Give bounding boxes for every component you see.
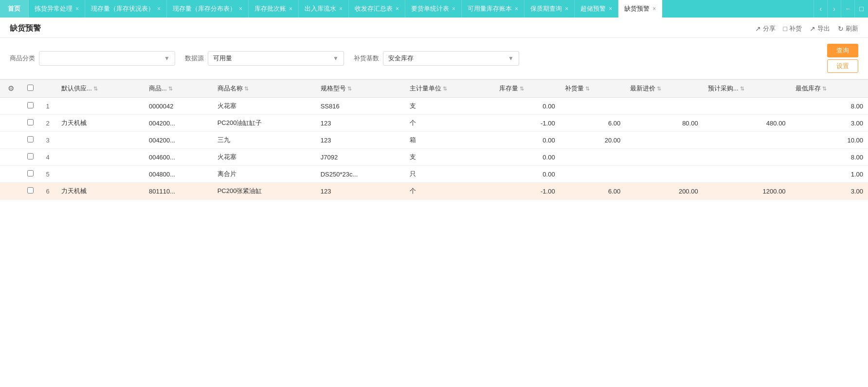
datasource-select[interactable]: 可用量 ▼ xyxy=(208,51,344,66)
tab-scroll-left[interactable]: ‹ xyxy=(814,0,827,18)
col-spec[interactable]: 规格型号 ⇅ xyxy=(316,80,405,98)
close-tab-11[interactable]: × xyxy=(652,5,656,12)
col-unit[interactable]: 主计量单位 ⇅ xyxy=(405,80,494,98)
page-title: 缺货预警 xyxy=(10,23,41,34)
row-min-stock-cell: 8.00 xyxy=(791,149,868,166)
close-tab-8[interactable]: × xyxy=(515,5,518,12)
row-code-cell: 004800... xyxy=(144,166,213,183)
row-checkbox-3[interactable] xyxy=(27,153,34,159)
datasource-value: 可用量 xyxy=(213,54,232,63)
close-tab-3[interactable]: × xyxy=(239,5,242,12)
col-row-num xyxy=(39,80,56,98)
category-select[interactable]: ▼ xyxy=(39,51,175,66)
tab-1[interactable]: 拣货异常处理 × xyxy=(29,0,85,18)
table-row: 5 004800... 离合片 DS250*23c... 只 0.00 1.00 xyxy=(0,166,868,183)
tab-maximize[interactable]: □ xyxy=(854,0,868,18)
tab-5[interactable]: 出入库流水 × xyxy=(299,0,349,18)
settings-button[interactable]: 设置 xyxy=(827,59,858,73)
sort-spec-icon: ⇅ xyxy=(347,86,352,92)
share-button[interactable]: ↗ 分享 xyxy=(755,24,776,33)
select-all-checkbox[interactable] xyxy=(27,85,34,91)
sort-latest-price-icon: ⇅ xyxy=(657,86,661,92)
sort-stock-icon: ⇅ xyxy=(520,86,524,92)
tab-11[interactable]: 缺货预警 × xyxy=(618,0,662,18)
close-tab-7[interactable]: × xyxy=(452,5,455,12)
col-gear: ⚙ xyxy=(0,80,21,98)
row-est-purchase-cell xyxy=(703,98,791,115)
row-est-purchase-cell xyxy=(703,166,791,183)
tab-7[interactable]: 要货单统计表 × xyxy=(405,0,462,18)
close-tab-10[interactable]: × xyxy=(609,5,612,12)
row-name-cell: PC200油缸缸子 xyxy=(213,115,316,132)
col-min-stock[interactable]: 最低库存 ⇅ xyxy=(791,80,868,98)
settings-gear-icon[interactable]: ⚙ xyxy=(8,84,14,92)
row-replenish-cell xyxy=(560,98,626,115)
tab-10[interactable]: 超储预警 × xyxy=(575,0,618,18)
tab-nav-buttons: ‹ › − □ xyxy=(814,0,868,18)
row-checkbox-2[interactable] xyxy=(27,136,34,142)
replenish-value: 安全库存 xyxy=(388,54,414,63)
close-tab-1[interactable]: × xyxy=(75,5,79,12)
row-num-cell: 4 xyxy=(39,149,56,166)
col-replenish[interactable]: 补货量 ⇅ xyxy=(560,80,626,98)
col-est-purchase[interactable]: 预计采购... ⇅ xyxy=(703,80,791,98)
close-tab-9[interactable]: × xyxy=(565,5,568,12)
tab-4[interactable]: 库存批次账 × xyxy=(249,0,299,18)
row-replenish-cell: 6.00 xyxy=(560,183,626,200)
row-gear-cell xyxy=(0,166,21,183)
row-unit-cell: 支 xyxy=(405,98,494,115)
tab-9[interactable]: 保质期查询 × xyxy=(524,0,575,18)
col-code[interactable]: 商品... ⇅ xyxy=(144,80,213,98)
row-checkbox-5[interactable] xyxy=(27,187,34,194)
refresh-button[interactable]: ↻ 刷新 xyxy=(838,24,858,33)
datasource-label: 数据源 xyxy=(185,54,204,63)
category-label: 商品分类 xyxy=(10,54,35,63)
replenish-label: 补货基数 xyxy=(354,54,379,63)
query-button[interactable]: 查询 xyxy=(827,44,858,57)
datasource-filter-group: 数据源 可用量 ▼ xyxy=(185,51,344,66)
row-stock-cell: 0.00 xyxy=(494,149,560,166)
row-spec-cell: DS250*23c... xyxy=(316,166,405,183)
tab-3[interactable]: 现存量（库存分布表） × xyxy=(167,0,249,18)
row-code-cell: 004600... xyxy=(144,149,213,166)
col-name[interactable]: 商品名称 ⇅ xyxy=(213,80,316,98)
close-tab-5[interactable]: × xyxy=(339,5,343,12)
row-checkbox-4[interactable] xyxy=(27,170,34,176)
tab-scroll-right[interactable]: › xyxy=(827,0,841,18)
replenish-select[interactable]: 安全库存 ▼ xyxy=(383,51,519,66)
filter-bar: 商品分类 ▼ 数据源 可用量 ▼ 补货基数 安全库存 ▼ 查询 设置 xyxy=(0,38,868,79)
tab-2[interactable]: 现存量（库存状况表） × xyxy=(85,0,167,18)
col-latest-price[interactable]: 最新进价 ⇅ xyxy=(625,80,703,98)
row-latest-price-cell: 80.00 xyxy=(625,115,703,132)
row-num-cell: 5 xyxy=(39,166,56,183)
row-name-cell: 火花塞 xyxy=(213,149,316,166)
row-checkbox-0[interactable] xyxy=(27,102,34,108)
row-gear-cell xyxy=(0,115,21,132)
col-supplier[interactable]: 默认供应... ⇅ xyxy=(56,80,144,98)
tab-minimize[interactable]: − xyxy=(841,0,854,18)
table-body: 1 0000042 火花塞 SS816 支 0.00 8.00 2 力天机械 0… xyxy=(0,98,868,200)
row-name-cell: 火花塞 xyxy=(213,98,316,115)
close-tab-4[interactable]: × xyxy=(289,5,292,12)
row-supplier-cell xyxy=(56,132,144,149)
tab-6[interactable]: 收发存汇总表 × xyxy=(349,0,405,18)
col-stock[interactable]: 库存量 ⇅ xyxy=(494,80,560,98)
row-stock-cell: 0.00 xyxy=(494,132,560,149)
table-row: 2 力天机械 004200... PC200油缸缸子 123 个 -1.00 6… xyxy=(0,115,868,132)
row-latest-price-cell: 200.00 xyxy=(625,183,703,200)
row-supplier-cell xyxy=(56,149,144,166)
tab-8[interactable]: 可用量库存账本 × xyxy=(462,0,524,18)
row-min-stock-cell: 3.00 xyxy=(791,115,868,132)
close-tab-6[interactable]: × xyxy=(396,5,399,12)
row-supplier-cell xyxy=(56,166,144,183)
row-checkbox-1[interactable] xyxy=(27,119,34,125)
row-check-cell xyxy=(21,166,39,183)
close-tab-2[interactable]: × xyxy=(157,5,161,12)
row-supplier-cell: 力天机械 xyxy=(56,115,144,132)
sort-unit-icon: ⇅ xyxy=(443,86,447,92)
export-button[interactable]: ↗ 导出 xyxy=(810,24,830,33)
tab-home[interactable]: 首页 xyxy=(0,0,29,18)
replenish-button[interactable]: □ 补货 xyxy=(783,24,802,33)
row-gear-cell xyxy=(0,98,21,115)
replenish-icon: □ xyxy=(783,25,787,33)
